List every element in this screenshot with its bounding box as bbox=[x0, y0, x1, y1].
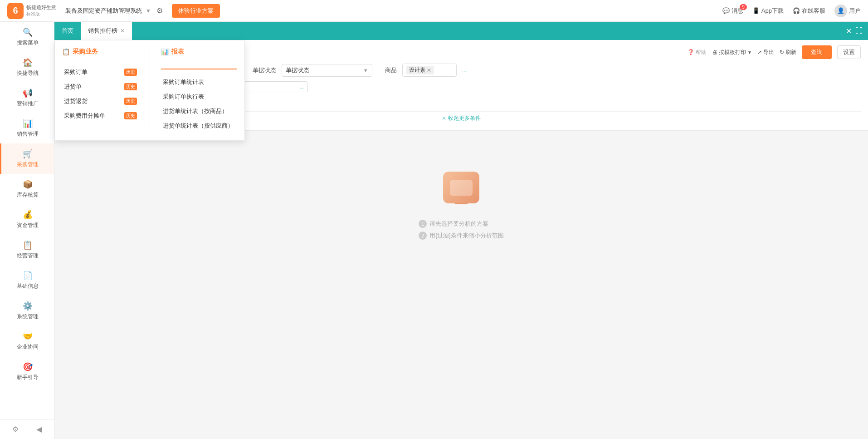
return-label: 进货退货 bbox=[64, 97, 88, 105]
purchase-order-hist: 历史 bbox=[124, 69, 137, 76]
report-col-label: 报表 bbox=[171, 48, 184, 56]
sales-icon: 📊 bbox=[23, 118, 33, 128]
return-hist: 历史 bbox=[124, 98, 137, 105]
sidebar-label-search: 搜索菜单 bbox=[17, 39, 39, 47]
dropdown-item-cost[interactable]: 采购费用分摊单 历史 bbox=[62, 109, 139, 123]
export-btn[interactable]: ↗ 导出 bbox=[757, 49, 774, 56]
sidebar-label-basic: 基础信息 bbox=[17, 282, 39, 290]
online-service-action[interactable]: 🎧 在线客服 bbox=[793, 7, 825, 15]
goods-input[interactable]: 设计素 ✕ bbox=[402, 64, 457, 77]
sidebar-item-basic[interactable]: 📄 基础信息 bbox=[0, 265, 54, 296]
sidebar-item-marketing[interactable]: 📢 营销推广 bbox=[0, 83, 54, 113]
sidebar-item-search[interactable]: 🔍 搜索菜单 bbox=[0, 22, 54, 52]
purchase-col-label: 采购业务 bbox=[73, 48, 98, 56]
sidebar-item-quick[interactable]: 🏠 快捷导航 bbox=[0, 52, 54, 83]
app-download-label: App下载 bbox=[761, 7, 784, 15]
system-settings-icon[interactable]: ⚙ bbox=[156, 6, 163, 15]
sidebar-item-inventory[interactable]: 📦 库存核算 bbox=[0, 174, 54, 204]
status-dropdown-icon: ▼ bbox=[363, 68, 368, 73]
sidebar: 🔍 搜索菜单 🏠 快捷导航 📢 营销推广 📊 销售管理 🛒 采购管理 📦 库存核… bbox=[0, 22, 54, 439]
step-1-text: 请先选择要分析的方案 bbox=[429, 220, 488, 228]
logo-area: 6 畅捷通好生意 标准版 bbox=[7, 3, 62, 19]
dropdown-item-inbound[interactable]: 进货单 历史 bbox=[62, 79, 139, 94]
sidebar-label-inventory: 库存核算 bbox=[17, 191, 39, 199]
sidebar-item-finance[interactable]: 💰 资金管理 bbox=[0, 204, 54, 235]
message-action[interactable]: 💬 消息 9 bbox=[722, 7, 743, 15]
step-2-num: 2 bbox=[419, 232, 427, 240]
sidebar-label-newbie: 新手引导 bbox=[17, 374, 39, 381]
status-value: 单据状态 bbox=[286, 66, 309, 74]
tab-expand-btn[interactable]: ⛶ bbox=[855, 27, 863, 35]
empty-illustration bbox=[434, 167, 488, 212]
user-label: 用户 bbox=[849, 7, 861, 15]
query-btn[interactable]: 查询 bbox=[802, 45, 832, 59]
collapse-label: 收起更多条件 bbox=[448, 115, 481, 121]
staff-more-btn[interactable]: ... bbox=[299, 84, 304, 90]
sidebar-label-system: 系统管理 bbox=[17, 313, 39, 321]
cost-hist: 历史 bbox=[124, 112, 137, 119]
logo-icon: 6 bbox=[7, 3, 24, 19]
app-download-action[interactable]: 📱 App下载 bbox=[752, 7, 784, 15]
logo-text: 畅捷通好生意 bbox=[26, 4, 56, 10]
sidebar-label-finance: 资金管理 bbox=[17, 222, 39, 229]
search-icon: 🔍 bbox=[23, 27, 33, 37]
topbar-right: 💬 消息 9 📱 App下载 🎧 在线客服 👤 用户 bbox=[722, 5, 861, 17]
collapse-icon: ∧ bbox=[442, 115, 446, 121]
print-btn[interactable]: 🖨 按模板打印 ▼ bbox=[712, 49, 752, 56]
online-service-label: 在线客服 bbox=[802, 7, 825, 15]
user-avatar: 👤 bbox=[834, 5, 847, 17]
tab-sales-ranking-label: 销售排行榜 bbox=[88, 27, 117, 35]
print-dropdown-icon: ▼ bbox=[747, 50, 752, 55]
sidebar-item-newbie[interactable]: 🎯 新手引导 bbox=[0, 356, 54, 387]
col-divider bbox=[150, 48, 150, 133]
tab-sales-ranking[interactable]: 销售排行榜 ✕ bbox=[81, 22, 132, 40]
sidebar-item-operation[interactable]: 📋 经营管理 bbox=[0, 235, 54, 265]
collab-icon: 🤝 bbox=[23, 331, 33, 341]
tab-close-icon[interactable]: ✕ bbox=[120, 28, 125, 34]
sidebar-item-collab[interactable]: 🤝 企业协同 bbox=[0, 326, 54, 356]
industry-btn[interactable]: 体验行业方案 bbox=[172, 4, 220, 18]
dropdown-report-col: 📊 报表 采购订单统计表 采购订单执行表 进货单统计表（按商品） 进货单统计表（… bbox=[161, 48, 238, 133]
empty-step-1: 1 请先选择要分析的方案 bbox=[419, 220, 503, 228]
empty-state: 1 请先选择要分析的方案 2 用[过滤]条件来缩小分析范围 bbox=[54, 131, 868, 276]
sidebar-item-sales[interactable]: 📊 销售管理 bbox=[0, 113, 54, 143]
status-select[interactable]: 单据状态 ▼ bbox=[282, 64, 372, 77]
dropdown-item-inbound-stat-supplier[interactable]: 进货单统计表（按供应商） bbox=[161, 118, 238, 133]
help-btn[interactable]: ❓ 帮助 bbox=[688, 49, 707, 56]
dropdown-item-purchase-exec[interactable]: 采购订单执行表 bbox=[161, 89, 238, 104]
tabs-bar: 首页 销售排行榜 ✕ ✕ ⛶ bbox=[54, 22, 868, 40]
refresh-btn[interactable]: ↻ 刷新 bbox=[780, 49, 796, 56]
sidebar-item-system[interactable]: ⚙️ 系统管理 bbox=[0, 296, 54, 326]
tabs-bar-end: ✕ ⛶ bbox=[846, 27, 868, 35]
goods-tag-1: 设计素 ✕ bbox=[406, 66, 434, 74]
purchase-col-title: 📋 采购业务 bbox=[62, 48, 139, 59]
tab-close-btn[interactable]: ✕ bbox=[846, 27, 852, 35]
dropdown-item-return[interactable]: 进货退货 历史 bbox=[62, 94, 139, 109]
goods-tag-close-icon[interactable]: ✕ bbox=[427, 67, 431, 74]
tab-home[interactable]: 首页 bbox=[54, 22, 81, 40]
report-col-icon: 📊 bbox=[161, 48, 169, 55]
dropdown-item-purchase-stat[interactable]: 采购订单统计表 bbox=[161, 75, 238, 89]
system-dropdown-arrow[interactable]: ▼ bbox=[146, 8, 151, 14]
sidebar-label-purchase: 采购管理 bbox=[17, 161, 39, 168]
sidebar-label-quick: 快捷导航 bbox=[17, 69, 39, 77]
dropdown-item-inbound-stat-goods[interactable]: 进货单统计表（按商品） bbox=[161, 104, 238, 118]
report-col-title-wrapper: 📊 报表 bbox=[161, 48, 238, 69]
export-icon: ↗ bbox=[757, 49, 762, 55]
settings-bottom-icon[interactable]: ⚙ bbox=[12, 425, 19, 434]
inventory-icon: 📦 bbox=[23, 179, 33, 189]
logo-sub: 标准版 bbox=[26, 11, 56, 17]
sidebar-label-operation: 经营管理 bbox=[17, 252, 39, 260]
goods-label: 商品 bbox=[385, 66, 397, 74]
goods-more-btn[interactable]: ... bbox=[462, 67, 467, 74]
user-action[interactable]: 👤 用户 bbox=[834, 5, 861, 17]
sidebar-item-purchase[interactable]: 🛒 采购管理 bbox=[0, 143, 54, 174]
tab-home-label: 首页 bbox=[62, 27, 73, 35]
collapse-sidebar-icon[interactable]: ◀ bbox=[36, 425, 42, 434]
dropdown-item-purchase-order[interactable]: 采购订单 历史 bbox=[62, 65, 139, 79]
logo-text-block: 畅捷通好生意 标准版 bbox=[26, 4, 56, 17]
step-1-num: 1 bbox=[419, 220, 427, 228]
filter-settings-btn[interactable]: 设置 bbox=[837, 45, 861, 59]
inbound-label: 进货单 bbox=[64, 83, 82, 91]
sidebar-bottom: ⚙ ◀ bbox=[0, 419, 54, 439]
